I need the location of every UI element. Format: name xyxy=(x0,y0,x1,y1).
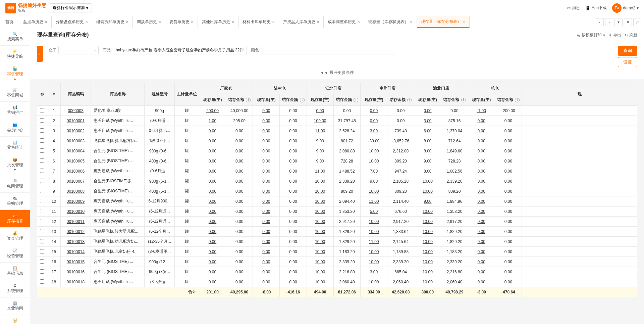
tab-expand-btn[interactable]: ⤢ xyxy=(633,18,641,26)
row-check[interactable] xyxy=(37,217,47,227)
sidebar-item-retail-store[interactable]: 🛒 零售商城 xyxy=(0,84,30,102)
tab-transfer[interactable]: 调拨单历史 ✕ xyxy=(133,16,165,28)
row-jb-cur[interactable]: 11.00 xyxy=(307,126,333,136)
app-download-btn[interactable]: 📱 App下载 xyxy=(585,5,607,11)
row-yb-cur[interactable]: 8.00 xyxy=(414,166,441,176)
tab-close-cost-adjust[interactable]: ✕ xyxy=(357,20,360,24)
row-jb-cur[interactable]: 0.00 xyxy=(307,106,333,116)
row-t-cur[interactable]: 0.00 xyxy=(468,206,495,217)
row-code[interactable]: 00100010 xyxy=(61,206,91,217)
row-check[interactable] xyxy=(37,257,47,267)
row-na-cur[interactable]: 0.00 xyxy=(361,116,387,126)
sidebar-item-system[interactable]: ⚙ 系统管理 xyxy=(0,280,30,297)
jiangbei-bal-info[interactable]: i xyxy=(354,98,358,102)
row-na-cur[interactable]: 11.00 xyxy=(361,237,387,247)
query-btn[interactable]: 查询 xyxy=(618,46,637,56)
row-jb-cur[interactable]: 10.00 xyxy=(307,277,333,287)
row-yb-cur[interactable]: 10.00 xyxy=(414,206,441,217)
tab-close-stock-dist[interactable]: ✕ xyxy=(463,20,465,24)
row-code[interactable]: 00100003 xyxy=(61,136,91,146)
row-l-cur[interactable]: 0.00 xyxy=(253,166,280,176)
sidebar-item-quick-nav[interactable]: ⚡ 快捷导航 xyxy=(0,46,30,63)
row-t-cur[interactable]: 0.00 xyxy=(468,136,495,146)
row-yb-cur[interactable]: 6.00 xyxy=(414,126,441,136)
row-l-cur[interactable]: 0.00 xyxy=(253,206,280,217)
row-na-cur[interactable]: 10.00 xyxy=(361,186,387,196)
row-f-cur[interactable]: 0.00 xyxy=(199,267,226,277)
tab-close-inventory-point[interactable]: ✕ xyxy=(85,20,88,24)
row-na-cur[interactable]: 11.00 xyxy=(361,196,387,206)
row-check[interactable] xyxy=(37,106,47,116)
row-f-cur[interactable]: 0.00 xyxy=(199,196,226,206)
factory-bal-info[interactable]: i xyxy=(246,98,251,102)
sidebar-item-retail-mgmt[interactable]: 🏪 零售管理 ▲ xyxy=(0,63,30,84)
row-jb-cur[interactable]: 10.00 xyxy=(307,247,333,257)
row-code[interactable]: 00100002 xyxy=(61,126,91,136)
sidebar-item-marketing[interactable]: 📢 营销推广 xyxy=(0,102,30,119)
color-input[interactable] xyxy=(261,46,395,54)
row-t-cur[interactable]: 0.00 xyxy=(468,126,495,136)
row-code[interactable]: 00100012 xyxy=(61,227,91,237)
row-na-cur[interactable]: 3.00 xyxy=(361,126,387,136)
row-f-cur[interactable]: 0.00 xyxy=(199,217,226,227)
row-l-cur[interactable]: 0.00 xyxy=(253,257,280,267)
nanan-bal-info[interactable]: i xyxy=(407,98,412,102)
th-settings[interactable]: ⚙ xyxy=(37,83,47,106)
tab-material-out[interactable]: 材料出库单历史 ✕ xyxy=(238,16,279,28)
row-t-cur[interactable]: 0.00 xyxy=(468,196,495,206)
row-f-cur[interactable]: 0.00 xyxy=(199,227,226,237)
goods-input[interactable] xyxy=(113,46,247,54)
row-check[interactable] xyxy=(37,146,47,156)
row-na-cur[interactable]: 7.00 xyxy=(361,166,387,176)
row-na-cur[interactable]: 10.00 xyxy=(361,146,387,156)
yuanbei-bal-info[interactable]: i xyxy=(461,98,466,102)
tab-inventory-point[interactable]: 分量盘点单历史 ✕ xyxy=(52,16,92,28)
warehouse-dots[interactable]: ··· xyxy=(93,48,96,52)
tab-home[interactable]: 首页 xyxy=(0,16,19,28)
row-l-cur[interactable]: 0.00 xyxy=(253,116,280,126)
row-t-cur[interactable]: 0.00 xyxy=(468,247,495,257)
sidebar-item-member[interactable]: 👥 会员中心 xyxy=(0,119,30,137)
row-yb-cur[interactable]: 10.00 xyxy=(414,267,441,277)
row-jb-cur[interactable]: 9.00 xyxy=(307,136,333,146)
summary-f-cur[interactable]: 201.00 xyxy=(199,287,226,297)
row-f-cur[interactable]: 1.00 xyxy=(199,116,226,126)
row-f-cur[interactable]: 0.00 xyxy=(199,176,226,186)
row-code[interactable]: 00100013 xyxy=(61,237,91,247)
row-yb-cur[interactable]: 10.00 xyxy=(414,227,441,237)
row-t-cur[interactable]: 0.00 xyxy=(468,166,495,176)
row-na-cur[interactable]: 10.00 xyxy=(361,156,387,166)
row-jb-cur[interactable]: 10.00 xyxy=(307,196,333,206)
sidebar-item-wholesale[interactable]: 📦 批发管理 ▼ xyxy=(0,154,30,175)
row-check[interactable] xyxy=(37,227,47,237)
row-na-cur[interactable]: 10.00 xyxy=(361,277,387,287)
sidebar-item-search[interactable]: 🔍 搜索英单 xyxy=(0,28,30,46)
row-jb-cur[interactable]: 11.00 xyxy=(307,166,333,176)
sidebar-item-retail-stats[interactable]: 📊 零售统计 xyxy=(0,137,30,154)
tab-next-btn[interactable]: › xyxy=(605,18,613,26)
row-yb-cur[interactable]: 10.00 xyxy=(414,257,441,267)
table-container[interactable]: ⚙ # 商品编码 商品名称 规格型号 主计量单位 厂家仓 陆村仓 江北门店 南岸… xyxy=(37,79,637,297)
row-jb-cur[interactable]: 10.00 xyxy=(307,176,333,186)
row-l-cur[interactable]: 0.00 xyxy=(253,227,280,237)
tab-close-other-out[interactable]: ✕ xyxy=(231,20,234,24)
row-jb-cur[interactable]: 10.00 xyxy=(307,217,333,227)
tab-close-inventory-single[interactable]: ✕ xyxy=(45,20,47,24)
tab-close-material-out[interactable]: ✕ xyxy=(272,20,275,24)
row-t-cur[interactable]: 0.00 xyxy=(468,237,495,247)
row-t-cur[interactable]: 0.00 xyxy=(468,116,495,126)
tab-close-all-btn[interactable]: ✕ xyxy=(624,18,632,26)
row-na-cur[interactable]: 3.00 xyxy=(361,267,387,277)
row-na-cur[interactable]: 0.00 xyxy=(361,106,387,116)
sidebar-item-operation[interactable]: 📈 经营管理 xyxy=(0,245,30,263)
row-code[interactable]: 00100015 xyxy=(61,257,91,267)
row-l-cur[interactable]: 0.00 xyxy=(253,267,280,277)
tab-inventory-single[interactable]: 盘点单历史 ✕ xyxy=(19,16,52,28)
message-btn[interactable]: ✉ 消息 xyxy=(567,5,580,11)
row-t-cur[interactable]: 0.00 xyxy=(468,277,495,287)
row-code[interactable]: 00100005 xyxy=(61,156,91,166)
row-na-cur[interactable]: 10.00 xyxy=(361,217,387,227)
tab-close-product-in[interactable]: ✕ xyxy=(317,20,319,24)
row-f-cur[interactable]: 0.00 xyxy=(199,257,226,267)
row-code[interactable]: 00100004 xyxy=(61,146,91,156)
